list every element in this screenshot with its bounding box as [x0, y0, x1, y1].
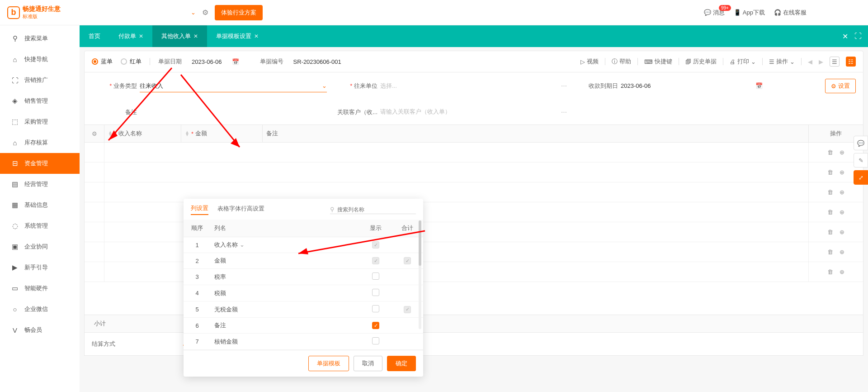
nav-prev-icon[interactable]: ◀: [808, 58, 812, 65]
copy-icon[interactable]: ⊕: [840, 268, 844, 275]
close-icon[interactable]: ✕: [254, 33, 259, 39]
tab-2[interactable]: 其他收入单✕: [152, 25, 207, 47]
view-list-icon[interactable]: ☰: [830, 57, 840, 67]
delete-icon[interactable]: 🗑: [827, 149, 833, 156]
gear-icon[interactable]: ⚙: [202, 8, 208, 17]
table-row[interactable]: 🗑⊕: [85, 163, 863, 182]
checkbox-icon[interactable]: [372, 289, 379, 296]
column-settings-button[interactable]: ⚙: [85, 125, 104, 142]
popup-scrollbar[interactable]: [419, 220, 421, 329]
delete-icon[interactable]: 🗑: [827, 229, 833, 235]
nav-next-icon[interactable]: ▶: [819, 58, 823, 65]
delete-icon[interactable]: 🗑: [827, 268, 833, 275]
settle-select[interactable]: ⌄: [123, 341, 187, 348]
note-input[interactable]: [140, 110, 327, 114]
trial-button[interactable]: 体验行业方案: [215, 5, 263, 20]
message-badge: 99+: [719, 5, 731, 11]
checkbox-icon[interactable]: ✓: [372, 257, 379, 264]
copy-icon[interactable]: ⊕: [840, 189, 844, 196]
float-chat-icon[interactable]: 💬: [854, 136, 868, 150]
delete-icon[interactable]: 🗑: [827, 169, 833, 176]
doc-toolbar: 蓝单 红单 单据日期 2023-06-06 📅 单据编号 SR-20230606…: [84, 51, 863, 72]
sidebar-item-8[interactable]: ▦基础信息: [0, 195, 80, 215]
tab-expand-icon[interactable]: ⛶: [854, 32, 862, 40]
copy-icon[interactable]: ⊕: [840, 229, 844, 235]
ops-button[interactable]: ☰ 操作 ⌄: [769, 57, 795, 66]
tab-close-icon[interactable]: ✕: [842, 32, 848, 41]
float-expand-icon[interactable]: ⤢: [854, 170, 868, 185]
template-button[interactable]: 单据模板: [308, 356, 349, 371]
history-button[interactable]: 🗐 历史单据: [685, 57, 717, 66]
sidebar-item-6[interactable]: ⊟资金管理: [0, 153, 80, 174]
float-edit-icon[interactable]: ✎: [854, 153, 868, 167]
biz-type-select[interactable]: 往来收入⌄: [140, 80, 327, 92]
checkbox-icon[interactable]: ✓: [404, 257, 411, 264]
date-label: 单据日期: [158, 57, 182, 66]
cancel-button[interactable]: 取消: [354, 356, 382, 371]
sidebar-item-11[interactable]: ▶新手引导: [0, 257, 80, 278]
popup-row: 2金额✓✓: [184, 253, 423, 269]
ok-button[interactable]: 确定: [387, 356, 416, 371]
content: 蓝单 红单 单据日期 2023-06-06 📅 单据编号 SR-20230606…: [80, 47, 868, 392]
sidebar-item-1[interactable]: ⌂快捷导航: [0, 49, 80, 70]
popup-search-input[interactable]: [337, 206, 416, 213]
sidebar-item-5[interactable]: ⌂库存核算: [0, 132, 80, 153]
related-customer-input[interactable]: 请输入关联客户（收入单）⋯: [380, 106, 567, 118]
org-dropdown[interactable]: ⌄: [98, 9, 196, 16]
sidebar-item-7[interactable]: ▤经营管理: [0, 174, 80, 195]
checkbox-icon[interactable]: ✓: [372, 322, 379, 329]
delete-icon[interactable]: 🗑: [827, 209, 833, 215]
table-row[interactable]: 🗑⊕: [85, 143, 863, 163]
radio-red[interactable]: 红单: [121, 57, 142, 66]
video-button[interactable]: ▷ 视频: [580, 57, 599, 66]
popup-tab-font[interactable]: 表格字体行高设置: [217, 205, 264, 215]
col-amount[interactable]: ▲▼*金额: [181, 125, 263, 142]
form-row-2: 备注 关联客户（收... 请输入关联客户（收入单）⋯: [84, 100, 863, 124]
popup-row: 3税率: [184, 269, 423, 285]
app-download-button[interactable]: 📱App下载: [734, 9, 765, 17]
checkbox-icon[interactable]: [372, 337, 379, 344]
popup-search[interactable]: ⚲: [330, 205, 416, 214]
copy-icon[interactable]: ⊕: [840, 149, 844, 156]
date-value[interactable]: 2023-06-06: [192, 58, 222, 65]
service-button[interactable]: 🎧在线客服: [774, 9, 807, 17]
sidebar-item-12[interactable]: ▭智能硬件: [0, 278, 80, 299]
due-date-input[interactable]: 2023-06-06📅: [621, 81, 763, 91]
checkbox-icon[interactable]: ✓: [372, 241, 379, 249]
col-name[interactable]: ▲▼*收入名称: [104, 125, 181, 142]
help-button[interactable]: ⓘ 帮助: [612, 57, 631, 66]
sidebar-item-10[interactable]: ▣企业协同: [0, 236, 80, 257]
calendar-icon[interactable]: 📅: [232, 58, 239, 65]
col-note[interactable]: 备注: [263, 125, 809, 142]
tab-3[interactable]: 单据模板设置✕: [207, 25, 268, 47]
party-select[interactable]: 选择...⋯: [380, 80, 567, 92]
print-button[interactable]: 🖨 打印 ⌄: [730, 57, 756, 66]
copy-icon[interactable]: ⊕: [840, 169, 844, 176]
sidebar-item-9[interactable]: ◌系统管理: [0, 215, 80, 236]
checkbox-icon[interactable]: ✓: [404, 306, 411, 313]
shortcut-button[interactable]: ⌨ 快捷键: [644, 57, 672, 66]
copy-icon[interactable]: ⊕: [840, 249, 844, 255]
copy-icon[interactable]: ⊕: [840, 209, 844, 215]
delete-icon[interactable]: 🗑: [827, 189, 833, 196]
tab-1[interactable]: 付款单✕: [109, 25, 152, 47]
view-grid-icon[interactable]: ☷: [846, 57, 856, 67]
checkbox-icon[interactable]: [372, 272, 379, 280]
settings-button[interactable]: ⚙ 设置: [825, 79, 856, 93]
sidebar-item-14[interactable]: V畅会员: [0, 320, 80, 340]
sidebar-item-0[interactable]: ⚲搜索菜单: [0, 28, 80, 49]
checkbox-icon[interactable]: [372, 305, 379, 312]
delete-icon[interactable]: 🗑: [827, 249, 833, 255]
messages-button[interactable]: 💬消息 99+: [704, 9, 725, 17]
sidebar-icon: ⊟: [11, 159, 19, 167]
popup-row: 6备注✓: [184, 318, 423, 334]
sidebar-item-3[interactable]: ◈销售管理: [0, 91, 80, 111]
radio-blue[interactable]: 蓝单: [92, 57, 113, 66]
tab-0[interactable]: 首页: [80, 25, 109, 47]
popup-tab-columns[interactable]: 列设置: [191, 204, 208, 215]
sidebar-item-2[interactable]: ⛶营销推广: [0, 70, 80, 91]
close-icon[interactable]: ✕: [139, 33, 143, 39]
sidebar-item-4[interactable]: ⬚采购管理: [0, 111, 80, 132]
close-icon[interactable]: ✕: [193, 33, 198, 39]
sidebar-item-13[interactable]: ○企业微信: [0, 299, 80, 320]
